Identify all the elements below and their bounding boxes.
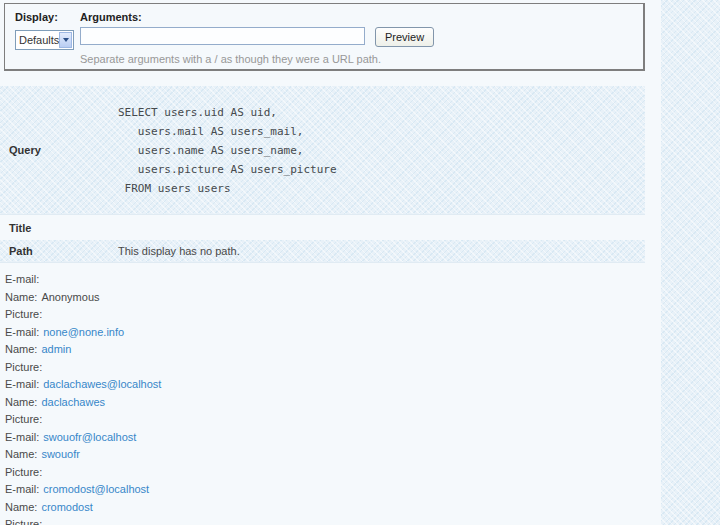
field-line-picture: Picture: (5, 359, 661, 377)
display-column: Display: Defaults (15, 11, 80, 63)
query-label: Query (0, 144, 118, 156)
field-line-picture: Picture: (5, 411, 661, 429)
arguments-column: Arguments: Preview Separate arguments wi… (80, 11, 633, 63)
name-value: Anonymous (41, 291, 99, 303)
field-line-picture: Picture: (5, 306, 661, 324)
field-line-name: Name:cromodost (5, 499, 661, 517)
title-label: Title (0, 222, 118, 234)
preview-button[interactable]: Preview (375, 27, 434, 47)
arguments-input[interactable] (80, 27, 365, 45)
view-info-table: Query SELECT users.uid AS uid, users.mai… (0, 86, 645, 263)
email-link[interactable]: none@none.info (43, 326, 124, 338)
field-line-picture: Picture: (5, 516, 661, 525)
user-link[interactable]: swouofr (41, 448, 80, 460)
path-row: Path This display has no path. (0, 240, 645, 263)
query-row: Query SELECT users.uid AS uid, users.mai… (0, 86, 645, 215)
preview-form: Display: Defaults Arguments: Preview Sep… (4, 3, 645, 71)
preview-results: E-mail: Name:Anonymous Picture: E-mail:n… (0, 263, 661, 525)
email-link[interactable]: daclachawes@localhost (43, 378, 161, 390)
field-line-name: Name:daclachawes (5, 394, 661, 412)
field-line-name: Name:Anonymous (5, 289, 661, 307)
field-line-name: Name:admin (5, 341, 661, 359)
field-line-email: E-mail:none@none.info (5, 324, 661, 342)
field-line-name: Name:swouofr (5, 446, 661, 464)
email-link[interactable]: swouofr@localhost (43, 431, 136, 443)
display-label: Display: (15, 11, 80, 23)
query-sql: SELECT users.uid AS uid, users.mail AS u… (118, 103, 337, 198)
field-line-email: E-mail: (5, 271, 661, 289)
display-select[interactable]: Defaults (15, 30, 74, 50)
field-line-email: E-mail:daclachawes@localhost (5, 376, 661, 394)
views-preview-page: Display: Defaults Arguments: Preview Sep… (0, 0, 720, 525)
arguments-row: Preview (80, 27, 633, 47)
user-link[interactable]: admin (41, 343, 71, 355)
chevron-down-icon[interactable] (59, 32, 72, 48)
field-line-email: E-mail:cromodost@localhost (5, 481, 661, 499)
page-background-band (661, 0, 720, 525)
field-line-email: E-mail:swouofr@localhost (5, 429, 661, 447)
user-link[interactable]: cromodost (41, 501, 92, 513)
arguments-help-text: Separate arguments with a / as though th… (80, 53, 633, 65)
field-line-picture: Picture: (5, 464, 661, 482)
title-row: Title (0, 215, 645, 240)
path-label: Path (0, 245, 118, 257)
email-link[interactable]: cromodost@localhost (43, 483, 149, 495)
user-link[interactable]: daclachawes (41, 396, 105, 408)
display-select-value: Defaults (16, 34, 59, 46)
path-value: This display has no path. (118, 245, 240, 257)
content-area: Display: Defaults Arguments: Preview Sep… (0, 0, 661, 525)
arguments-label: Arguments: (80, 11, 633, 23)
